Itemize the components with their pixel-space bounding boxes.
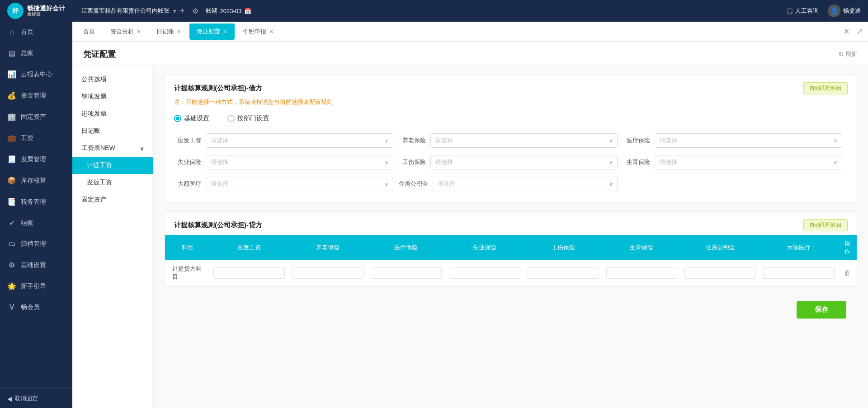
user-menu[interactable]: 👤 畅捷通 bbox=[828, 5, 861, 17]
company-selector[interactable]: 江西服宝精品有限责任公司内账张 ▾ bbox=[81, 7, 176, 15]
sidebar-item-vip[interactable]: V 畅会员 bbox=[0, 297, 72, 318]
gongshang-select[interactable]: 请选择 ∨ bbox=[430, 155, 618, 169]
tab-journal-close[interactable]: ✕ bbox=[177, 28, 181, 35]
left-nav-fixed-assets[interactable]: 固定资产 bbox=[72, 191, 153, 208]
inventory-icon: 📦 bbox=[7, 176, 16, 185]
col-yanglao: 养老保险 bbox=[288, 235, 367, 260]
shengyu-select[interactable]: 请选择 ∨ bbox=[655, 155, 842, 169]
close-tab-icon[interactable]: ✕ bbox=[842, 25, 851, 38]
field-yanglao: 养老保险 请选择 ∨ bbox=[399, 130, 623, 151]
tax-icon: 📑 bbox=[7, 197, 16, 206]
sidebar-item-invoice[interactable]: 🧾 发票管理 bbox=[0, 149, 72, 170]
tab-funds-close[interactable]: ✕ bbox=[137, 28, 141, 35]
table-header-row: 科目 应发工资 养老保险 医疗保险 失业保险 工伤保险 生育保险 住房公积金 大… bbox=[165, 235, 857, 260]
radio-basic[interactable]: 基础设置 bbox=[174, 114, 209, 122]
left-nav-sales[interactable]: 销项发票 bbox=[72, 88, 153, 105]
settings-icon[interactable]: ⚙ bbox=[192, 7, 198, 15]
tab-journal[interactable]: 日记账 ✕ bbox=[149, 23, 189, 40]
tab-tax-report-label: 个税申报 bbox=[243, 28, 266, 36]
yingfa-gongzi-label: 应发工资 bbox=[174, 136, 201, 145]
logo-icon: 好 bbox=[7, 3, 24, 19]
form-area: 计提核算规则(公司承担)-借方 自动匹配科目 注：只能选择一种方式，系统将按照您… bbox=[154, 66, 868, 408]
field-yiliao: 医疗保险 请选择 ∨ bbox=[623, 130, 848, 151]
sidebar-label-funds: 资金管理 bbox=[21, 92, 46, 100]
yiliao-select[interactable]: 请选择 ∨ bbox=[655, 133, 842, 148]
col-zhufang: 住房公积金 bbox=[681, 235, 760, 260]
credit-section-header: 计提核算规则(公司承担)-贷方 自动匹配科目 bbox=[165, 212, 857, 235]
add-account-button[interactable]: + bbox=[180, 6, 185, 16]
yiliao-label: 医疗保险 bbox=[623, 136, 650, 145]
input-zhufang[interactable] bbox=[684, 267, 756, 279]
yingfa-gongzi-select[interactable]: 请选择 ∨ bbox=[206, 133, 393, 148]
sidebar-item-ledger[interactable]: ▤ 总账 bbox=[0, 42, 72, 64]
input-shengyu[interactable] bbox=[606, 267, 678, 279]
debit-form-grid: 应发工资 请选择 ∨ 养老保险 请选择 ∨ bbox=[165, 130, 857, 202]
cell-shiye bbox=[445, 260, 524, 286]
debit-section-note: 注：只能选择一种方式，系统将按照您当前的选择来配置规则 bbox=[165, 98, 857, 111]
credit-auto-match-button[interactable]: 自动匹配科目 bbox=[803, 219, 848, 231]
refresh-button[interactable]: ↻ 刷新 bbox=[839, 50, 857, 58]
shengyu-label: 生育保险 bbox=[623, 158, 650, 166]
input-shiye[interactable] bbox=[449, 267, 520, 279]
cancel-fixed-button[interactable]: ◀ 取消固定 bbox=[0, 389, 72, 408]
yanglao-select[interactable]: 请选择 ∨ bbox=[430, 133, 618, 148]
sidebar-label-salary: 工资 bbox=[21, 134, 33, 142]
sidebar-item-salary[interactable]: 💼 工资 bbox=[0, 127, 72, 149]
radio-dept[interactable]: 按部门设置 bbox=[227, 114, 269, 122]
shiye-arrow: ∨ bbox=[385, 159, 388, 165]
sidebar-item-basic[interactable]: ⚙ 基础设置 bbox=[0, 254, 72, 276]
zhufang-placeholder: 请选择 bbox=[438, 180, 455, 188]
reports-icon: 📊 bbox=[7, 70, 16, 79]
company-dropdown-icon[interactable]: ▾ bbox=[173, 8, 176, 14]
tab-home-label: 首页 bbox=[83, 28, 95, 36]
left-nav-salary-table[interactable]: 工资表NEW ∨ bbox=[72, 140, 153, 157]
period-selector[interactable]: 账期 2023-03 📅 bbox=[206, 7, 252, 15]
tab-voucher-config[interactable]: 凭证配置 ✕ bbox=[189, 23, 235, 40]
sidebar-item-settle[interactable]: ✓ 结账 bbox=[0, 212, 72, 234]
input-yiliao[interactable] bbox=[371, 267, 442, 279]
shiye-select[interactable]: 请选择 ∨ bbox=[206, 155, 393, 169]
tab-tax-report[interactable]: 个税申报 ✕ bbox=[236, 23, 281, 40]
left-nav-accrue[interactable]: 计提工资 bbox=[72, 157, 153, 174]
sidebar-item-home[interactable]: ⌂ 首页 bbox=[0, 22, 72, 42]
sidebar-item-reports[interactable]: 📊 云报表中心 bbox=[0, 64, 72, 85]
refresh-icon: ↻ bbox=[839, 51, 844, 58]
credit-section-title: 计提核算规则(公司承担)-贷方 bbox=[174, 221, 262, 230]
left-nav-public[interactable]: 公共选项 bbox=[72, 71, 153, 88]
sidebar-item-archive[interactable]: 🗂 归档管理 bbox=[0, 234, 72, 254]
col-shiye: 失业保险 bbox=[445, 235, 524, 260]
tab-tax-report-close[interactable]: ✕ bbox=[269, 28, 274, 35]
sidebar-item-assets[interactable]: 🏢 固定资产 bbox=[0, 106, 72, 127]
left-nav-pay[interactable]: 发放工资 bbox=[72, 174, 153, 191]
input-yingfa[interactable] bbox=[213, 267, 285, 279]
radio-basic-label: 基础设置 bbox=[184, 114, 209, 122]
service-label: 人工咨询 bbox=[795, 7, 819, 15]
sidebar-item-guide[interactable]: 🌟 新手引导 bbox=[0, 276, 72, 297]
yanglao-label: 养老保险 bbox=[399, 136, 426, 145]
expand-icon[interactable]: ⤢ bbox=[855, 25, 864, 38]
tab-voucher-config-close[interactable]: ✕ bbox=[223, 28, 227, 35]
sidebar-item-tax[interactable]: 📑 税务管理 bbox=[0, 191, 72, 212]
save-button[interactable]: 保存 bbox=[797, 301, 846, 319]
tab-home[interactable]: 首页 bbox=[76, 23, 102, 40]
zhufang-select[interactable]: 请选择 ∨ bbox=[433, 177, 618, 191]
page-header: 凭证配置 ↻ 刷新 bbox=[72, 42, 868, 66]
calendar-icon[interactable]: 📅 bbox=[244, 8, 251, 14]
sidebar-label-assets: 固定资产 bbox=[21, 113, 46, 121]
sidebar-item-inventory[interactable]: 📦 库存核算 bbox=[0, 170, 72, 191]
sidebar-item-funds[interactable]: 💰 资金管理 bbox=[0, 85, 72, 106]
service-button[interactable]: 🎧 人工咨询 bbox=[786, 7, 819, 15]
input-dae[interactable] bbox=[763, 267, 835, 279]
field-yingfa-gongzi: 应发工资 请选择 ∨ bbox=[174, 130, 399, 151]
input-gongshang[interactable] bbox=[528, 267, 599, 279]
salary-icon: 💼 bbox=[7, 134, 16, 142]
left-nav-purchase[interactable]: 进项发票 bbox=[72, 105, 153, 122]
input-yanglao[interactable] bbox=[292, 267, 363, 279]
dae-select[interactable]: 请选择 ∨ bbox=[206, 177, 393, 191]
tab-funds[interactable]: 资金分析 ✕ bbox=[103, 23, 148, 40]
username: 畅捷通 bbox=[843, 7, 861, 15]
delete-row-icon[interactable]: 🗑 bbox=[844, 269, 850, 277]
period-label: 账期 bbox=[206, 7, 217, 15]
debit-auto-match-button[interactable]: 自动匹配科目 bbox=[803, 82, 848, 94]
left-nav-journal[interactable]: 日记账 bbox=[72, 122, 153, 140]
